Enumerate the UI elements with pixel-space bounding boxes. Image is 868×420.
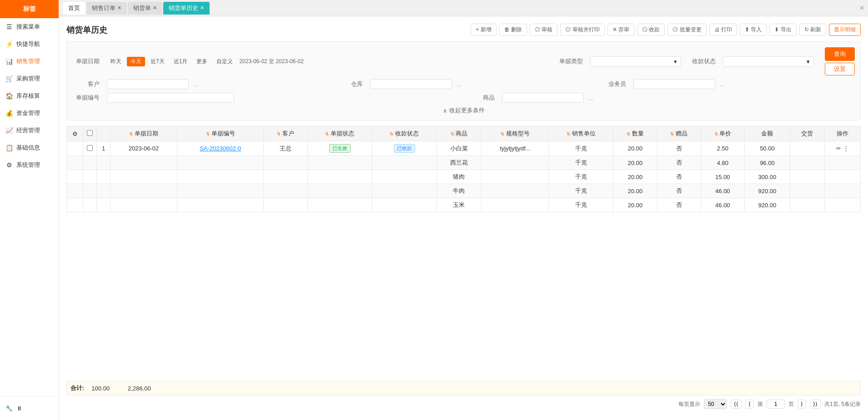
abandon-button[interactable]: ✕ 弃审 [607,24,634,36]
collapse-button[interactable]: ∧ 收起更多条件 [443,106,485,115]
sidebar-item-purchase-mgmt[interactable]: 🛒 采购管理 [0,70,59,87]
window-close-icon[interactable]: ✕ [859,5,864,11]
row-checkbox[interactable] [87,145,93,151]
sidebar-item-label: 经营管理 [16,126,40,135]
salesperson-input[interactable] [633,79,715,89]
chip-7days[interactable]: 近7天 [147,57,168,66]
basic-info-icon: 📋 [5,144,13,151]
first-page-button[interactable]: ⟨⟨ [731,400,742,409]
export-button[interactable]: ⬇ 导出 [769,24,796,36]
tab-sales-order-close[interactable]: ✕ [117,5,121,11]
edit-icon[interactable]: ✏ [836,145,841,152]
audit-print-button[interactable]: ◎ 审核并打印 [560,24,604,36]
sidebar-bottom-tool[interactable]: 🔧 ⏸ [0,400,59,416]
row-goods: 牛肉 [437,184,482,198]
chip-custom[interactable]: 自定义 [213,57,236,66]
tab-sales-order[interactable]: 销售订单 ✕ [86,2,127,15]
quantity-column-header[interactable]: ⇅ 数量 [613,126,657,141]
more-icon[interactable]: ⋮ [843,145,849,152]
warehouse-ellipsis[interactable]: ... [455,81,463,88]
row-doc-no[interactable]: SA-20230602-0 [177,141,264,156]
salesperson-ellipsis[interactable]: ... [718,81,727,88]
row-checkbox-cell [83,156,97,170]
chip-today[interactable]: 今天 [127,57,145,66]
doc-no-link[interactable]: SA-20230602-0 [200,145,241,152]
sidebar-item-inventory[interactable]: 🏠 库存核算 [0,87,59,105]
row-gift: 否 [657,156,701,170]
sidebar-item-search-menu[interactable]: ☰ 搜索菜单 [0,18,59,35]
doc-no-input[interactable] [107,93,234,103]
sidebar-item-basic-info[interactable]: 📋 基础信息 [0,139,59,156]
show-detail-button[interactable]: 显示明细 [829,24,861,36]
tab-sales-delivery[interactable]: 销货单 ✕ [128,2,162,15]
chip-yesterday[interactable]: 昨天 [107,57,125,66]
select-all-checkbox[interactable] [87,130,93,136]
doc-status-column-header[interactable]: ⇅ 单据状态 [307,126,372,141]
sidebar-item-system-mgmt[interactable]: ⚙ 系统管理 [0,156,59,174]
tab-sales-history[interactable]: 销货单历史 ✕ [163,2,210,15]
row-doc-no [177,156,264,170]
tab-sales-delivery-close[interactable]: ✕ [153,5,157,11]
page-input[interactable] [767,400,785,409]
sidebar-item-finance[interactable]: 💰 资金管理 [0,105,59,122]
gift-column-header[interactable]: ⇅ 赠品 [657,126,701,141]
sort-icon: ⇅ [714,131,718,136]
goods-ellipsis[interactable]: ... [587,95,595,101]
sort-icon: ⇅ [670,131,674,136]
batch-change-button[interactable]: ◎ 批量变更 [667,24,706,36]
row-goods: 猪肉 [437,170,482,184]
set-button[interactable]: 设置 [825,63,855,75]
prev-page-button[interactable]: ⟨ [745,400,754,409]
row-checkbox-cell [83,141,97,156]
chevron-down-icon2: ▾ [807,58,810,65]
doc-no-column-header[interactable]: ⇅ 单据编号 [177,126,264,141]
spec-column-header[interactable]: ⇅ 规格型号 [482,126,549,141]
warehouse-input[interactable] [370,79,452,89]
row-quantity: 20.00 [613,184,657,198]
chip-more[interactable]: 更多 [193,57,211,66]
refresh-button[interactable]: ↻ 刷新 [799,24,826,36]
finance-icon: 💰 [5,110,13,117]
next-page-button[interactable]: ⟩ [798,400,806,409]
payment-status-column-header[interactable]: ⇅ 收款状态 [372,126,437,141]
sidebar-item-operations[interactable]: 📈 经营管理 [0,122,59,139]
new-button[interactable]: + 新增 [471,24,496,36]
delete-button[interactable]: 🗑 删除 [499,24,527,36]
unit-column-header[interactable]: ⇅ 销售单位 [549,126,613,141]
date-column-header[interactable]: ⇅ 单据日期 [110,126,177,141]
table-row: 12023-06-02SA-20230602-0王总已生效已收款小白菜tyjyt… [67,141,861,156]
audit-button[interactable]: ◎ 审核 [530,24,557,36]
tab-home[interactable]: 首页 [63,2,85,15]
sidebar-item-label: 库存核算 [16,92,40,100]
per-page-select[interactable]: 50 100 200 [704,399,727,409]
import-button[interactable]: ⬆ 导入 [740,24,767,36]
payment-status-select[interactable]: ▾ [723,56,814,67]
collapse-text: 收起更多条件 [449,106,485,115]
chip-1month[interactable]: 近1月 [170,57,191,66]
row-payment-status [372,156,437,170]
price-column-header[interactable]: ⇅ 单价 [701,126,744,141]
customer-input[interactable] [107,79,189,89]
toolbar: 销货单历史 + 新增 🗑 删除 ◎ 审核 ◎ 审核并打印 ✕ 弃审 ◎ 收款 ◎… [66,24,861,36]
page-prefix: 第 [758,400,763,408]
goods-input[interactable] [502,93,584,103]
sidebar-item-sales-mgmt[interactable]: 📊 销售管理 [0,53,59,70]
row-date [110,170,177,184]
gear-column-header[interactable]: ⚙ [67,126,83,141]
customer-ellipsis[interactable]: ... [191,81,200,88]
tab-sales-history-close[interactable]: ✕ [200,5,204,11]
sidebar-item-quick-nav[interactable]: ⚡ 快捷导航 [0,35,59,53]
print-button[interactable]: 🖨 打印 [709,24,737,36]
action-column-header: 操作 [824,126,860,141]
query-button[interactable]: 查询 [825,47,855,61]
customer-column-header[interactable]: ⇅ 客户 [264,126,307,141]
doc-type-select[interactable]: ▾ [590,56,681,67]
goods-column-header[interactable]: ⇅ 商品 [437,126,482,141]
data-table: ⚙ ⇅ 单据日期 ⇅ 单据编号 ⇅ 客户 ⇅ 单据状态 ⇅ 收款状态 ⇅ 商品 … [66,126,861,212]
row-payment-status [372,184,437,198]
row-quantity: 20.00 [613,198,657,212]
checkbox-column-header[interactable] [83,126,97,141]
collect-button[interactable]: ◎ 收款 [637,24,665,36]
last-page-button[interactable]: ⟩⟩ [810,400,821,409]
row-doc-status [307,184,372,198]
